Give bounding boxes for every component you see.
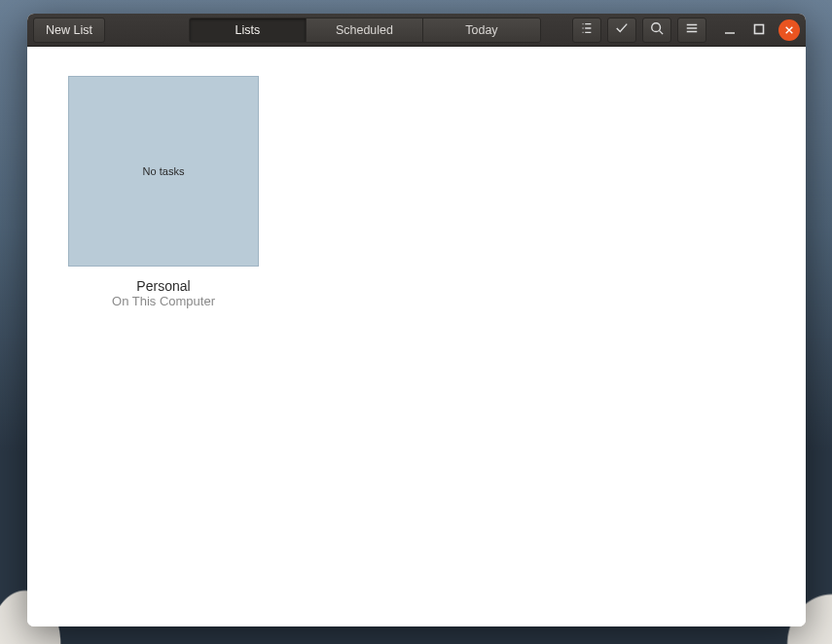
list-card-personal[interactable]: No tasks Personal On This Computer xyxy=(66,76,261,308)
svg-point-0 xyxy=(652,22,661,31)
tab-today[interactable]: Today xyxy=(423,18,540,42)
maximize-icon xyxy=(753,21,765,39)
tasks-app-window: New List Lists Scheduled Today xyxy=(27,14,806,626)
titlebar: New List Lists Scheduled Today xyxy=(27,14,806,47)
list-source-label: On This Computer xyxy=(112,294,215,308)
app-menu-button[interactable] xyxy=(677,18,706,43)
minimize-icon xyxy=(724,21,736,39)
svg-rect-1 xyxy=(755,24,764,33)
tab-lists[interactable]: Lists xyxy=(190,18,307,42)
search-icon xyxy=(650,21,664,39)
lists-grid: No tasks Personal On This Computer xyxy=(27,47,806,626)
list-view-toggle-button[interactable] xyxy=(572,18,601,43)
list-view-icon xyxy=(580,21,594,39)
minimize-button[interactable] xyxy=(720,20,740,40)
list-thumbnail: No tasks xyxy=(68,76,259,267)
close-icon xyxy=(784,21,794,39)
hamburger-menu-icon xyxy=(685,21,699,39)
search-button[interactable] xyxy=(642,18,671,43)
window-controls xyxy=(720,19,800,41)
tab-scheduled[interactable]: Scheduled xyxy=(307,18,423,42)
view-segmented-control: Lists Scheduled Today xyxy=(189,18,541,43)
close-button[interactable] xyxy=(778,19,800,41)
list-thumb-empty-label: No tasks xyxy=(143,165,185,177)
show-completed-toggle-button[interactable] xyxy=(607,18,636,43)
new-list-button[interactable]: New List xyxy=(33,18,105,43)
list-title: Personal xyxy=(136,278,190,294)
checkmark-icon xyxy=(615,21,629,39)
maximize-button[interactable] xyxy=(749,20,769,40)
